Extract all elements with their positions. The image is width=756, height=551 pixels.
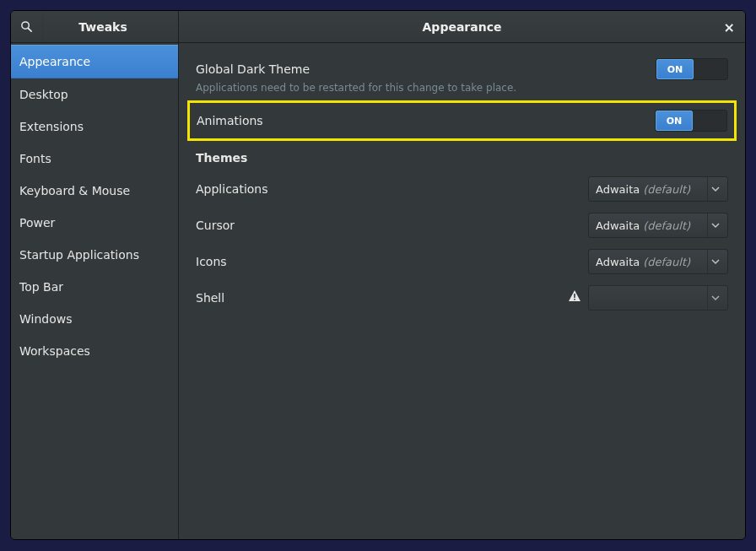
global-dark-theme-note: Applications need to be restarted for th… [196, 82, 728, 94]
sidebar-item-label: Startup Applications [19, 248, 139, 262]
applications-theme-label: Applications [196, 182, 268, 196]
svg-rect-3 [574, 299, 575, 300]
shell-theme-dropdown[interactable] [588, 285, 728, 311]
cursor-theme-label: Cursor [196, 219, 235, 232]
content: Global Dark Theme ON Applications need t… [179, 43, 745, 539]
sidebar-item-label: Power [19, 216, 55, 230]
sidebar-item-startup-applications[interactable]: Startup Applications [11, 239, 178, 271]
header-bar: Tweaks Appearance × [11, 11, 745, 43]
body: Appearance Desktop Extensions Fonts Keyb… [11, 43, 745, 539]
sidebar-item-keyboard-mouse[interactable]: Keyboard & Mouse [11, 175, 178, 207]
sidebar-title: Tweaks [43, 20, 178, 34]
shell-theme-label: Shell [196, 291, 224, 305]
global-dark-theme-label: Global Dark Theme [196, 62, 310, 76]
svg-line-1 [29, 29, 32, 32]
chevron-down-icon [707, 177, 722, 201]
animations-toggle[interactable]: ON [655, 110, 727, 132]
dropdown-value: Adwaita [596, 219, 640, 232]
sidebar-item-power[interactable]: Power [11, 207, 178, 239]
sidebar-item-label: Workspaces [19, 344, 90, 358]
sidebar-item-fonts[interactable]: Fonts [11, 143, 178, 175]
dropdown-value: Adwaita [596, 183, 640, 196]
themes-section-title: Themes [196, 151, 728, 165]
sidebar-item-desktop[interactable]: Desktop [11, 78, 178, 111]
sidebar-item-extensions[interactable]: Extensions [11, 111, 178, 143]
shell-theme-row: Shell [196, 285, 728, 311]
sidebar-item-label: Keyboard & Mouse [19, 184, 130, 197]
icons-theme-row: Icons Adwaita (default) [196, 249, 728, 274]
toggle-on-label: ON [656, 111, 693, 131]
svg-rect-2 [574, 294, 575, 298]
sidebar-item-label: Extensions [19, 120, 84, 133]
icons-theme-dropdown[interactable]: Adwaita (default) [588, 249, 728, 274]
dropdown-default: (default) [643, 256, 690, 268]
tweaks-window: Tweaks Appearance × Appearance Desktop E… [10, 10, 746, 540]
shell-right-group [568, 285, 728, 311]
global-dark-theme-row: Global Dark Theme ON [196, 58, 728, 80]
header-right: Appearance × [179, 11, 745, 42]
sidebar-item-label: Windows [19, 312, 73, 326]
dropdown-default: (default) [643, 219, 690, 232]
warning-icon [568, 289, 581, 306]
sidebar-item-label: Top Bar [19, 280, 63, 294]
page-title: Appearance [423, 20, 502, 34]
chevron-down-icon [707, 213, 722, 237]
close-icon: × [724, 19, 735, 35]
sidebar-item-windows[interactable]: Windows [11, 303, 178, 335]
sidebar-item-appearance[interactable]: Appearance [11, 45, 178, 78]
cursor-theme-row: Cursor Adwaita (default) [196, 213, 728, 238]
dropdown-value: Adwaita [596, 256, 640, 268]
search-icon [20, 20, 33, 33]
chevron-down-icon [707, 286, 722, 310]
sidebar: Appearance Desktop Extensions Fonts Keyb… [11, 43, 179, 539]
toggle-on-label: ON [656, 59, 694, 79]
search-button[interactable] [11, 11, 43, 43]
applications-theme-row: Applications Adwaita (default) [196, 176, 728, 202]
sidebar-item-label: Desktop [19, 88, 68, 101]
animations-label: Animations [197, 114, 263, 127]
sidebar-item-workspaces[interactable]: Workspaces [11, 335, 178, 367]
animations-row-highlight: Animations ON [187, 100, 737, 141]
dropdown-default: (default) [643, 183, 690, 196]
global-dark-theme-toggle[interactable]: ON [656, 58, 728, 80]
sidebar-item-top-bar[interactable]: Top Bar [11, 271, 178, 303]
icons-theme-label: Icons [196, 255, 227, 268]
cursor-theme-dropdown[interactable]: Adwaita (default) [588, 213, 728, 238]
header-left: Tweaks [11, 11, 179, 42]
sidebar-item-label: Fonts [19, 152, 51, 165]
applications-theme-dropdown[interactable]: Adwaita (default) [588, 176, 728, 202]
sidebar-item-label: Appearance [19, 55, 90, 68]
chevron-down-icon [707, 250, 722, 273]
close-button[interactable]: × [724, 19, 735, 35]
